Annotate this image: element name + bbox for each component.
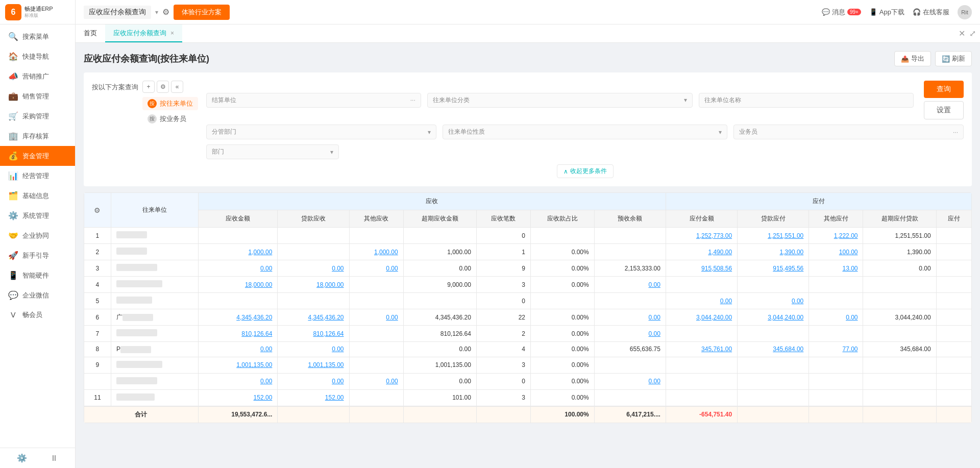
- cell-ar-overdue: 4,345,436.20: [403, 309, 476, 326]
- warehouse-icon: 🏢: [8, 131, 18, 141]
- sidebar-item-label: 新手引导: [22, 251, 49, 260]
- settle-unit-dots-icon[interactable]: ···: [410, 96, 415, 104]
- cell-ar-overdue: 0.00: [403, 342, 476, 357]
- manage-dept-field[interactable]: 分管部门 ▾: [206, 125, 436, 139]
- sidebar-item-guide[interactable]: 🚀 新手引导: [0, 245, 75, 265]
- sidebar-bottom: ⚙️ ⏸: [0, 448, 75, 468]
- sidebar-collapse-button[interactable]: ⏸: [50, 454, 58, 463]
- sidebar-item-system[interactable]: ⚙️ 系统管理: [0, 206, 75, 226]
- tab-close-all-icon[interactable]: ✕: [959, 29, 965, 38]
- tab-ar-query[interactable]: 应收应付余额查询 ×: [105, 24, 182, 42]
- sidebar-item-hardware[interactable]: 📱 智能硬件: [0, 265, 75, 285]
- cell-ap-tail: [936, 389, 971, 406]
- cell-ap-amount: 0.00: [666, 293, 737, 309]
- table-body: 1 0 1,252,773.00 1,251,551.00 1,222.00 1…: [84, 228, 972, 423]
- collapse-button[interactable]: ∧ 收起更多条件: [557, 164, 614, 178]
- partner-name-input[interactable]: [745, 96, 908, 104]
- cell-ar-ratio: 0.00%: [531, 277, 595, 293]
- manage-dept-chevron-icon[interactable]: ▾: [428, 129, 431, 136]
- cell-total-ar-amount: 19,553,472.6...: [198, 406, 278, 423]
- dept-input[interactable]: [228, 149, 326, 156]
- query-button[interactable]: 查询: [924, 81, 964, 98]
- th-settings[interactable]: ⚙: [84, 193, 111, 228]
- cell-ar-count: 3: [476, 277, 530, 293]
- header-nav-chevron-icon[interactable]: ▾: [155, 9, 158, 16]
- cell-prepay: [594, 389, 666, 406]
- scheme-collapse-button[interactable]: «: [171, 81, 183, 93]
- sidebar-item-quicknav[interactable]: 🏠 快捷导航: [0, 46, 75, 66]
- th-ar-ratio: 应收款占比: [531, 210, 595, 228]
- dept-chevron-icon[interactable]: ▾: [330, 149, 333, 156]
- cell-total-ar-count: [476, 406, 530, 423]
- export-button[interactable]: 📤 导出: [894, 51, 931, 66]
- cell-ap-tail: [936, 357, 971, 373]
- sidebar-settings-button[interactable]: ⚙️: [17, 453, 27, 463]
- cell-ar-amount: 18,000.00: [198, 277, 278, 293]
- tab-home[interactable]: 首页: [76, 24, 105, 42]
- sidebar-item-search[interactable]: 🔍 搜索菜单: [0, 27, 75, 46]
- cell-ap-amount: 915,508.56: [666, 260, 737, 277]
- app-download-button[interactable]: 📱 App下载: [869, 8, 904, 17]
- cell-ar-ratio: 0.00%: [531, 373, 595, 389]
- sidebar-item-operation[interactable]: 📊 经营管理: [0, 166, 75, 186]
- settle-unit-input[interactable]: [240, 96, 406, 104]
- header-gear-icon[interactable]: ⚙: [162, 7, 169, 17]
- cell-ap-overdue: [863, 357, 936, 373]
- dept-label: 部门: [212, 147, 224, 156]
- page-actions: 📤 导出 🔄 刷新: [894, 51, 972, 66]
- table-row: 4 18,000.00 18,000.00 9,000.00 3 0.00% 0…: [84, 277, 972, 293]
- salesman-input[interactable]: [762, 129, 949, 136]
- tab-close-icon[interactable]: ×: [170, 30, 174, 37]
- partner-name-field[interactable]: 往来单位名称: [699, 93, 914, 108]
- cell-total-prepay: 6,417,215....: [594, 406, 666, 423]
- sidebar-item-marketing[interactable]: 📣 营销推广: [0, 66, 75, 86]
- tab-expand-icon[interactable]: ⤢: [969, 29, 976, 38]
- user-avatar[interactable]: Rit: [958, 5, 972, 19]
- solution-button[interactable]: 体验行业方案: [174, 5, 230, 20]
- sidebar-menu: 🔍 搜索菜单 🏠 快捷导航 📣 营销推广 💼 销售管理 🛒 采购管理 🏢 库存核…: [0, 24, 75, 448]
- table-settings-icon[interactable]: ⚙: [94, 206, 101, 214]
- sidebar-item-member[interactable]: Ⅴ 畅会员: [0, 305, 75, 325]
- salesman-field[interactable]: 业务员 ···: [733, 125, 964, 139]
- message-badge: 99+: [847, 9, 861, 15]
- sidebar-item-sales[interactable]: 💼 销售管理: [0, 86, 75, 106]
- settle-unit-field[interactable]: 结算单位 ···: [206, 93, 421, 108]
- partner-nature-input[interactable]: [489, 129, 715, 136]
- cell-ap-loan: 1,251,551.00: [738, 228, 809, 244]
- sidebar-item-basic[interactable]: 🗂️ 基础信息: [0, 186, 75, 206]
- cell-ap-tail: [936, 326, 971, 342]
- partner-category-field[interactable]: 往来单位分类 ▾: [427, 93, 693, 108]
- cell-total-ap-amount: -654,751.40: [666, 406, 737, 423]
- tab-ar-query-label: 应收应付余额查询: [113, 29, 166, 38]
- partner-nature-chevron-icon[interactable]: ▾: [719, 129, 722, 136]
- partner-nature-field[interactable]: 往来单位性质 ▾: [443, 125, 727, 139]
- dept-field[interactable]: 部门 ▾: [206, 144, 339, 159]
- cell-ap-other: [809, 293, 863, 309]
- online-service-button[interactable]: 🎧 在线客服: [913, 8, 949, 17]
- scheme-item-salesman[interactable]: 按 按业务员: [142, 112, 198, 126]
- manage-dept-input[interactable]: [240, 129, 424, 136]
- cell-ar-loan: [278, 293, 349, 309]
- sidebar-item-warehouse[interactable]: 🏢 库存核算: [0, 126, 75, 146]
- sidebar-item-wechat[interactable]: 💬 企业微信: [0, 285, 75, 305]
- scheme-settings-button[interactable]: ⚙: [157, 81, 169, 93]
- scheme-item-partner[interactable]: 按 按往来单位: [142, 97, 198, 110]
- message-button[interactable]: 💬 消息 99+: [822, 8, 861, 17]
- cell-prepay: [594, 357, 666, 373]
- th-ap-other: 其他应付: [809, 210, 863, 228]
- cell-ap-other: [809, 326, 863, 342]
- settings-button[interactable]: 设置: [924, 101, 964, 119]
- salesman-dots-icon[interactable]: ···: [953, 129, 958, 136]
- partner-category-chevron-icon[interactable]: ▾: [684, 96, 687, 104]
- partner-category-input[interactable]: [474, 96, 680, 104]
- cell-ar-amount: 1,001,135.00: [198, 357, 278, 373]
- search-icon: 🔍: [8, 32, 18, 41]
- sidebar-item-corp[interactable]: 🤝 企业协同: [0, 226, 75, 245]
- refresh-button[interactable]: 🔄 刷新: [935, 51, 972, 66]
- scheme-add-button[interactable]: +: [142, 81, 155, 93]
- sidebar-item-purchase[interactable]: 🛒 采购管理: [0, 106, 75, 126]
- sidebar-item-finance[interactable]: 💰 资金管理: [0, 146, 75, 166]
- service-label: 在线客服: [923, 8, 949, 17]
- cell-no: 2: [84, 244, 111, 260]
- cell-ar-amount: [198, 228, 278, 244]
